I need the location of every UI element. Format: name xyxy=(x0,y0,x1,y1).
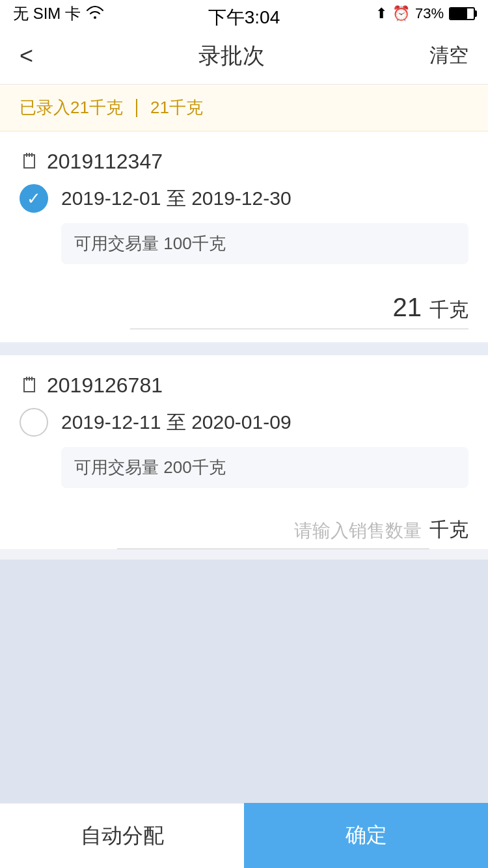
batch1-date: 2019-12-01 至 2019-12-30 xyxy=(61,185,291,212)
page-title: 录批次 xyxy=(198,41,265,71)
batch1-amount-wrapper: 21 千克 xyxy=(0,282,488,342)
total-amount: 21千克 xyxy=(150,96,203,119)
batch1-id: 2019112347 xyxy=(47,150,163,174)
batch2-underline xyxy=(117,549,429,549)
batch1-icon: 🗒 xyxy=(20,150,40,174)
battery-bar xyxy=(449,7,475,20)
battery-percentage: 73% xyxy=(415,5,444,22)
auto-distribute-button[interactable]: 自动分配 xyxy=(0,803,244,868)
alarm-icon: ⏰ xyxy=(392,5,410,22)
batch1-amount-value: 21 xyxy=(393,293,422,322)
clear-button[interactable]: 清空 xyxy=(429,42,468,69)
batch1-amount-inner: 21 千克 xyxy=(0,282,488,329)
time-display: 下午3:04 xyxy=(208,5,280,30)
info-divider xyxy=(136,99,137,117)
info-banner: 已录入21千克 21千克 xyxy=(0,85,488,131)
batch1-amount-unit: 千克 xyxy=(429,297,468,323)
batch2-avail: 可用交易量 200千克 xyxy=(61,447,468,488)
batch2-radio[interactable] xyxy=(20,408,48,437)
bottom-bar: 自动分配 确定 xyxy=(0,803,488,868)
batch2-input-wrapper: 千克 xyxy=(0,506,488,549)
section-separator-1 xyxy=(0,342,488,355)
batch2-input-inner[interactable]: 千克 xyxy=(0,506,488,549)
carrier-label: 无 SIM 卡 xyxy=(13,3,81,24)
batch2-id: 2019126781 xyxy=(47,373,163,398)
wifi-icon xyxy=(86,5,104,23)
status-right: ⬆ ⏰ 73% xyxy=(375,5,475,22)
nav-bar: < 录批次 清空 xyxy=(0,27,488,85)
batch2-icon: 🗒 xyxy=(20,373,40,398)
location-icon: ⬆ xyxy=(375,5,387,22)
back-button[interactable]: < xyxy=(20,42,33,70)
batch1-header: 🗒 2019112347 xyxy=(20,150,468,174)
status-left: 无 SIM 卡 xyxy=(13,3,104,24)
confirm-button[interactable]: 确定 xyxy=(244,803,488,868)
batch2-input-unit: 千克 xyxy=(429,517,468,543)
batch2-row: 2019-12-11 至 2020-01-09 xyxy=(20,408,468,437)
batch1-avail: 可用交易量 100千克 xyxy=(61,223,468,264)
batch2-header: 🗒 2019126781 xyxy=(20,373,468,398)
batch2-date: 2019-12-11 至 2020-01-09 xyxy=(61,409,291,436)
recorded-amount: 已录入21千克 xyxy=(20,96,123,119)
batch1-row: 2019-12-01 至 2019-12-30 xyxy=(20,184,468,213)
status-bar: 无 SIM 卡 下午3:04 ⬆ ⏰ 73% xyxy=(0,0,488,27)
quantity-input[interactable] xyxy=(20,519,422,541)
batch-item-2: 🗒 2019126781 2019-12-11 至 2020-01-09 可用交… xyxy=(0,355,488,506)
batch1-radio[interactable] xyxy=(20,184,48,213)
batch-item-1: 🗒 2019112347 2019-12-01 至 2019-12-30 可用交… xyxy=(0,131,488,282)
batch1-underline xyxy=(130,329,468,329)
